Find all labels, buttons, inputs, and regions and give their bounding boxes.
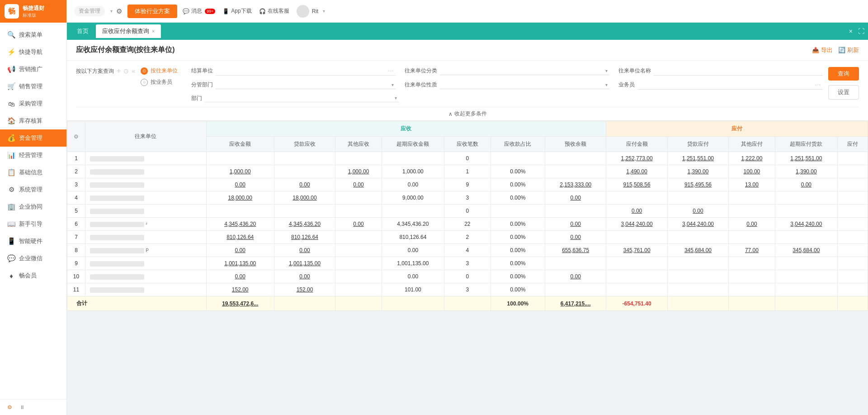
cq-yf-cell[interactable]: 1,251,551.00 [775,152,837,165]
yf-je-cell[interactable]: 3,044,240.00 [606,218,667,231]
qt-ysk-cell[interactable]: 0.00 [335,178,382,191]
trial-button[interactable]: 体验行业方案 [127,5,177,18]
qt-yf-cell[interactable]: 13.00 [729,178,775,191]
window-close-icon[interactable]: × [849,28,853,35]
yf-je-cell[interactable]: 915,508.56 [606,178,667,191]
ysk-je-cell[interactable]: 4,345,436.20 [206,218,274,231]
ysk-je-cell[interactable]: 0.00 [206,178,274,191]
ysk-je-cell[interactable]: 810,126.64 [206,231,274,244]
query-button[interactable]: 查询 [828,67,859,81]
yf-je-cell[interactable]: 0.00 [606,205,667,218]
sidebar-item-shortcut[interactable]: ⚡ 快捷导航 [0,43,66,61]
sidebar-item-system[interactable]: ⚙ 系统管理 [0,181,66,198]
cq-yf-cell[interactable]: 3,044,240.00 [775,218,837,231]
user-dropdown-arrow[interactable]: ▾ [323,9,325,14]
yf-je-cell[interactable]: 1,252,773.00 [606,152,667,165]
tab-receivable-payable[interactable]: 应收应付余额查询 × [96,24,161,38]
dk-ysk-cell[interactable]: 810,126.64 [274,231,335,244]
sidebar-item-marketing[interactable]: 📢 营销推广 [0,61,66,78]
settings-btn[interactable]: ⚙ [7,404,12,410]
ysk-yu-cell[interactable]: 0.00 [545,231,606,244]
ysk-je-cell[interactable]: 152.00 [206,283,274,296]
collapse-more-button[interactable]: ∧ 收起更多条件 [448,110,487,118]
tab-close-icon[interactable]: × [152,29,155,34]
dept-select[interactable]: ▾ [205,94,399,102]
refresh-button[interactable]: 🔄 刷新 [838,46,859,54]
collapse-sidebar-btn[interactable]: ⏸ [19,404,25,410]
window-expand-icon[interactable]: ⛶ [858,28,864,35]
dk-yf-cell[interactable]: 1,251,551.00 [667,152,728,165]
ysk-je-cell[interactable]: 1,000.00 [206,165,274,178]
dk-yf-cell[interactable]: 915,495.56 [667,178,728,191]
business-person-input[interactable]: ··· [637,80,823,90]
scheme-settings-icon[interactable]: ⊙ [123,67,129,75]
total-ysk-je[interactable]: 19,553,472,6... [206,296,274,311]
qt-ysk-cell[interactable]: 0.00 [335,218,382,231]
sidebar-item-sales[interactable]: 🛒 销售管理 [0,78,66,95]
dk-ysk-cell[interactable]: 152.00 [274,283,335,296]
scheme-collapse-icon[interactable]: « [132,67,135,75]
export-button[interactable]: 📤 导出 [812,46,833,54]
ysk-je-cell[interactable]: 0.00 [206,244,274,257]
dk-yf-cell[interactable]: 1,390.00 [667,165,728,178]
fenguang-dept-select[interactable]: ▾ [216,81,396,89]
ysk-je-cell[interactable]: 18,000.00 [206,191,274,205]
th-settings[interactable]: ⚙ [67,121,85,152]
jiesuan-unit-input[interactable]: ··· [216,66,396,76]
sidebar-item-search[interactable]: 🔍 搜索菜单 [0,26,66,43]
dk-ysk-cell[interactable]: 1,001,135.00 [274,257,335,270]
unit-category-select[interactable]: ▾ [440,67,609,75]
sidebar-item-inventory[interactable]: 🏠 库存核算 [0,112,66,129]
total-ysk-yu[interactable]: 6,417,215.... [545,296,606,311]
messages-action[interactable]: 💬 消息 99+ [183,7,215,15]
dk-yf-cell[interactable]: 0.00 [667,205,728,218]
sidebar-item-operations[interactable]: 📊 经营管理 [0,147,66,164]
ysk-yu-cell[interactable]: 655,636.75 [545,244,606,257]
dk-yf-cell[interactable]: 345,684.00 [667,244,728,257]
yf-je-cell[interactable]: 345,761.00 [606,244,667,257]
dk-yf-cell[interactable]: 3,044,240.00 [667,218,728,231]
cq-yf-cell[interactable]: 345,684.00 [775,244,837,257]
ysk-yu-cell[interactable]: 0.00 [545,218,606,231]
qt-yf-cell[interactable]: 100.00 [729,165,775,178]
dk-ysk-cell[interactable]: 0.00 [274,244,335,257]
qt-yf-cell[interactable]: 1,222.00 [729,152,775,165]
qt-ysk-cell[interactable]: 1,000.00 [335,165,382,178]
ysk-je-cell[interactable]: 1,001,135.00 [206,257,274,270]
unit-name-input[interactable] [654,66,823,76]
online-service-action[interactable]: 🎧 在线客服 [259,7,289,15]
app-download-action[interactable]: 📱 App下载 [222,7,251,15]
sidebar-item-guide[interactable]: 📖 新手引导 [0,215,66,233]
sidebar-item-basic[interactable]: 📋 基础信息 [0,164,66,181]
ysk-je-cell[interactable]: 0.00 [206,270,274,283]
sidebar-item-member[interactable]: ♦ 畅会员 [0,267,66,284]
dk-ysk-cell[interactable]: 4,345,436.20 [274,218,335,231]
sidebar-item-wechat[interactable]: 💬 企业微信 [0,250,66,267]
scheme-tab-partner[interactable]: ⊙ 按往来单位 [141,66,186,76]
dk-ysk-cell[interactable]: 18,000.00 [274,191,335,205]
tab-home[interactable]: 首页 [71,24,95,38]
sidebar-item-purchase[interactable]: 🛍 采购管理 [0,95,66,112]
ysk-yu-cell[interactable]: 0.00 [545,270,606,283]
unit-nature-select[interactable]: ▾ [440,81,609,89]
table-settings-icon[interactable]: ⚙ [74,134,79,140]
scheme-tab-salesman[interactable]: ○ 按业务员 [141,77,186,87]
breadcrumb-dropdown-arrow[interactable]: ▾ [110,9,113,14]
sidebar-item-collab[interactable]: 🏢 企业协同 [0,198,66,215]
settings-button[interactable]: 设置 [828,85,859,100]
ysk-yu-cell[interactable]: 2,153,333.00 [545,178,606,191]
user-area[interactable]: Rit ▾ [297,5,326,18]
sidebar-item-finance[interactable]: 💰 资金管理 [0,129,66,147]
yf-je-cell[interactable]: 1,490.00 [606,165,667,178]
add-scheme-icon[interactable]: + [117,67,121,75]
sidebar-item-hardware[interactable]: 📱 智能硬件 [0,233,66,250]
topbar-settings-icon[interactable]: ⚙ [116,7,122,15]
dk-ysk-cell[interactable]: 0.00 [274,178,335,191]
cq-yf-cell[interactable]: 0.00 [775,178,837,191]
ysk-yu-cell[interactable]: 0.00 [545,191,606,205]
dk-ysk-cell[interactable]: 0.00 [274,270,335,283]
qt-yf-cell[interactable]: 77.00 [729,244,775,257]
cq-yf-cell[interactable]: 1,390.00 [775,165,837,178]
qt-yf-cell[interactable]: 0.00 [729,218,775,231]
table-container[interactable]: ⚙ 往来单位 应收 应付 应收金额 贷款应收 其他应收 超期应收金额 应收笔数 [67,121,868,415]
